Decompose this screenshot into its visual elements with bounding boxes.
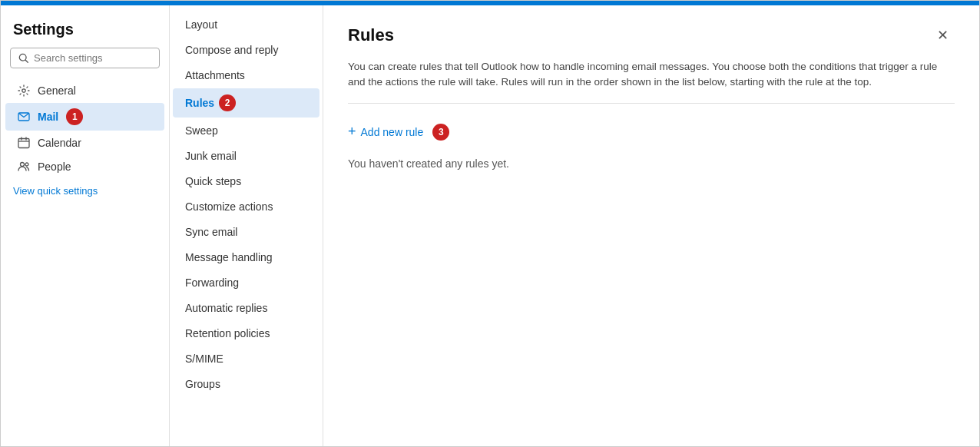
content-panel: Rules ✕ You can create rules that tell O… [323, 5, 979, 446]
add-rule-label: Add new rule [361, 126, 424, 138]
svg-point-2 [22, 89, 25, 92]
search-box[interactable] [10, 48, 160, 68]
content-header: Rules ✕ [348, 24, 955, 47]
middle-panel: Layout Compose and reply Attachments Rul… [170, 5, 323, 446]
middle-item-customize-actions[interactable]: Customize actions [173, 194, 319, 219]
main-container: Settings General Mail 1 [1, 5, 979, 446]
close-button[interactable]: ✕ [931, 24, 955, 47]
middle-item-compose-reply[interactable]: Compose and reply [173, 38, 319, 62]
middle-item-retention-policies[interactable]: Retention policies [173, 321, 319, 346]
sidebar-label-people: People [38, 161, 71, 173]
svg-line-1 [25, 60, 28, 62]
people-icon [18, 161, 30, 173]
sidebar: Settings General Mail 1 [1, 5, 170, 446]
sidebar-label-mail: Mail [38, 111, 58, 123]
plus-icon: + [348, 124, 356, 140]
page-title: Rules [348, 25, 394, 45]
badge-2: 2 [219, 94, 236, 111]
sidebar-item-mail[interactable]: Mail 1 [5, 103, 164, 131]
middle-item-forwarding[interactable]: Forwarding [173, 270, 319, 295]
sidebar-item-people[interactable]: People [5, 155, 164, 178]
mail-icon [18, 111, 30, 123]
middle-item-quick-steps[interactable]: Quick steps [173, 169, 319, 194]
middle-item-layout[interactable]: Layout [173, 12, 319, 37]
add-new-rule-button[interactable]: + Add new rule 3 [348, 119, 955, 145]
sidebar-item-calendar[interactable]: Calendar [5, 131, 164, 154]
svg-point-9 [25, 163, 28, 166]
empty-rules-text: You haven't created any rules yet. [348, 154, 955, 173]
middle-item-groups[interactable]: Groups [173, 372, 319, 396]
middle-item-smime[interactable]: S/MIME [173, 346, 319, 371]
sidebar-label-general: General [38, 84, 76, 97]
sidebar-title: Settings [1, 15, 169, 48]
middle-item-sync-email[interactable]: Sync email [173, 220, 319, 244]
sidebar-item-general[interactable]: General [5, 79, 164, 102]
badge-1: 1 [66, 108, 83, 125]
middle-item-rules[interactable]: Rules 2 [173, 88, 319, 118]
middle-item-junk-email[interactable]: Junk email [173, 144, 319, 168]
search-input[interactable] [34, 52, 151, 64]
middle-item-attachments[interactable]: Attachments [173, 63, 319, 88]
gear-icon [18, 84, 30, 97]
sidebar-label-calendar: Calendar [38, 137, 81, 149]
svg-point-8 [21, 163, 25, 167]
rules-description: You can create rules that tell Outlook h… [348, 59, 955, 104]
view-quick-settings[interactable]: View quick settings [1, 179, 169, 203]
middle-item-automatic-replies[interactable]: Automatic replies [173, 296, 319, 320]
middle-item-message-handling[interactable]: Message handling [173, 245, 319, 270]
svg-rect-4 [18, 139, 29, 148]
middle-item-sweep[interactable]: Sweep [173, 118, 319, 143]
badge-3: 3 [432, 124, 449, 141]
calendar-icon [18, 137, 30, 149]
search-icon [18, 53, 29, 64]
